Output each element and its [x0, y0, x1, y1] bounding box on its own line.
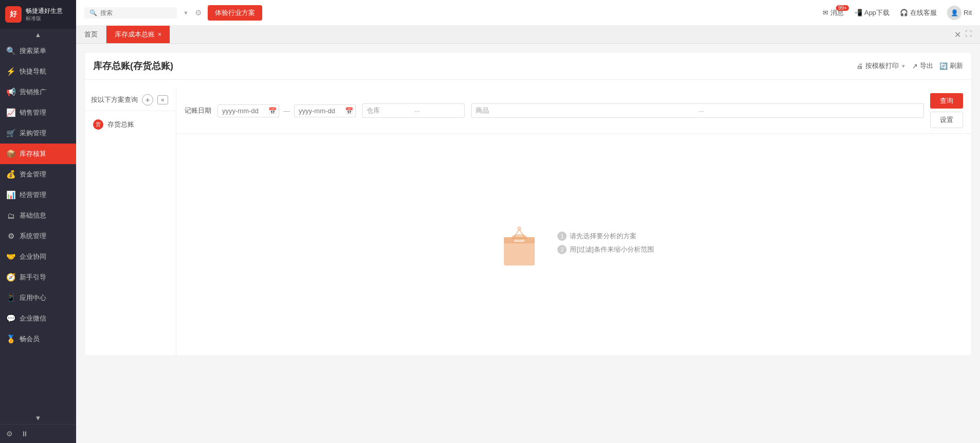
calendar-start-icon[interactable]: 📅 [268, 107, 277, 115]
sidebar-item-enterprise[interactable]: 🤝 企业协同 [0, 246, 76, 267]
sidebar-item-wechat[interactable]: 💬 企业微信 [0, 308, 76, 329]
settings-button[interactable]: 设置 [930, 112, 963, 128]
sidebar-item-member[interactable]: 🏅 畅会员 [0, 329, 76, 349]
sidebar-item-operations[interactable]: 📊 经营管理 [0, 185, 76, 205]
topbar-actions: ✉ 消息 99+ 📲 App下载 🎧 在线客服 👤 Rit [823, 6, 972, 20]
tab-home[interactable]: 首页 [76, 26, 106, 43]
sidebar-item-basic[interactable]: 🗂 基础信息 [0, 205, 76, 226]
sidebar-item-label: 应用中心 [20, 293, 46, 303]
scheme-item-label: 存货总账 [107, 120, 134, 129]
sidebar-scroll-down[interactable]: ▼ [0, 412, 76, 424]
enterprise-icon: 🤝 [6, 252, 15, 261]
logo-badge: 标准版 [26, 15, 63, 22]
page-title: 库存总账(存货总账) [93, 60, 173, 72]
online-service-button[interactable]: 🎧 在线客服 [900, 8, 937, 17]
sidebar-item-sales[interactable]: 📈 销售管理 [0, 102, 76, 123]
message-button[interactable]: ✉ 消息 99+ [823, 8, 844, 17]
warehouse-more-icon[interactable]: ··· [414, 107, 460, 115]
sidebar-item-appcenter[interactable]: 📱 应用中心 [0, 288, 76, 308]
logo-text: 畅捷通好生意 [26, 7, 63, 15]
filter-panel-label: 按以下方案查询 [91, 95, 138, 104]
tab-inventory-ledger[interactable]: 库存成本总账 × [106, 26, 170, 43]
svg-point-3 [512, 234, 527, 240]
calendar-end-icon[interactable]: 📅 [345, 107, 353, 115]
sidebar-item-label: 新手引导 [20, 273, 46, 282]
sidebar-item-label: 搜索菜单 [20, 46, 46, 56]
scheme-list: 货 存货总账 [85, 111, 176, 134]
filter-add-button[interactable]: + [142, 94, 153, 105]
purchase-icon: 🛒 [6, 129, 15, 138]
online-service-icon: 🎧 [900, 9, 908, 16]
sidebar-nav: 🔍 搜索菜单 ⚡ 快捷导航 📢 营销推广 📈 销售管理 🛒 采购管理 📦 库存核… [0, 41, 76, 412]
print-button[interactable]: 🖨 按模板打印 ▼ [857, 61, 906, 70]
sidebar-item-marketing[interactable]: 📢 营销推广 [0, 82, 76, 102]
empty-illustration [494, 219, 545, 271]
sidebar-item-label: 销售管理 [20, 108, 46, 117]
hint1-text: 请先选择要分析的方案 [570, 232, 637, 241]
sales-icon: 📈 [6, 108, 15, 117]
sidebar-item-label: 基础信息 [20, 211, 46, 220]
settings-footer-icon[interactable]: ⚙ [6, 430, 13, 438]
export-icon: ↗ [912, 62, 918, 70]
sidebar-logo: 好 畅捷通好生意 标准版 [0, 0, 76, 29]
goods-selector[interactable]: 商品 ··· [471, 103, 924, 118]
avatar: 👤 [947, 6, 961, 20]
marketing-icon: 📢 [6, 87, 15, 97]
sidebar-item-inventory[interactable]: 📦 库存核算 [0, 144, 76, 164]
industry-solution-button[interactable]: 体验行业方案 [208, 5, 262, 21]
sidebar: 好 畅捷通好生意 标准版 ▲ 🔍 搜索菜单 ⚡ 快捷导航 📢 营销推广 📈 销售… [0, 0, 76, 443]
panel-expand-button[interactable]: ⛶ [965, 30, 972, 40]
refresh-icon: 🔄 [939, 62, 948, 70]
sidebar-item-purchase[interactable]: 🛒 采购管理 [0, 123, 76, 144]
username-label: Rit [964, 9, 972, 16]
topbar-search-box[interactable]: 🔍 [84, 7, 177, 19]
member-icon: 🏅 [6, 334, 15, 344]
warehouse-selector[interactable]: 仓库 ··· [362, 103, 465, 118]
panel-close-button[interactable]: ✕ [954, 30, 961, 40]
tab-close-icon[interactable]: × [158, 31, 161, 38]
sidebar-item-search[interactable]: 🔍 搜索菜单 [0, 41, 76, 61]
message-icon: ✉ [823, 9, 828, 16]
sidebar-item-finance[interactable]: 💰 资金管理 [0, 164, 76, 185]
refresh-button[interactable]: 🔄 刷新 [939, 61, 963, 70]
scheme-item-inventory[interactable]: 货 存货总账 [85, 115, 176, 134]
main-area: 🔍 ▼ ⚙ 体验行业方案 ✉ 消息 99+ 📲 App下载 🎧 在线客服 👤 R… [76, 0, 980, 443]
date-start-input[interactable]: 📅 [217, 104, 279, 117]
date-separator: — [283, 107, 290, 115]
finance-icon: 💰 [6, 170, 15, 179]
step1-num: 1 [557, 232, 567, 241]
user-avatar[interactable]: 👤 Rit [947, 6, 972, 20]
audio-footer-icon[interactable]: ⏸ [21, 430, 28, 438]
search-dropdown-icon[interactable]: ▼ [183, 10, 189, 16]
export-button[interactable]: ↗ 导出 [912, 61, 933, 70]
date-range-field: 📅 — 📅 [217, 104, 356, 117]
topbar-gear-icon[interactable]: ⚙ [195, 8, 202, 17]
print-dropdown-icon[interactable]: ▼ [901, 63, 906, 69]
sidebar-item-label: 经营管理 [20, 190, 46, 200]
warehouse-label: 仓库 [367, 106, 412, 115]
logo-icon: 好 [5, 6, 22, 23]
search-input[interactable] [100, 9, 162, 16]
sidebar-scroll-up[interactable]: ▲ [0, 29, 76, 41]
scheme-icon: 货 [93, 119, 103, 130]
app-download-button[interactable]: 📲 App下载 [854, 8, 890, 17]
date-field-label: 记账日期 [185, 106, 211, 115]
filter-collapse-button[interactable]: « [157, 95, 168, 104]
search-icon: 🔍 [6, 46, 15, 56]
goods-more-icon[interactable]: ··· [699, 107, 920, 115]
inventory-icon: 📦 [6, 149, 15, 158]
wechat-icon: 💬 [6, 314, 15, 323]
page-content: 库存总账(存货总账) 🖨 按模板打印 ▼ ↗ 导出 🔄 刷新 [76, 44, 980, 443]
sidebar-item-newuser[interactable]: 🧭 新手引导 [0, 267, 76, 288]
query-button[interactable]: 查询 [930, 93, 963, 109]
date-end-input[interactable]: 📅 [294, 104, 356, 117]
hint2-text: 用[过滤]条件来缩小分析范围 [570, 245, 654, 254]
filter-panel: 按以下方案查询 + « 货 存货总账 [85, 88, 176, 356]
sidebar-item-label: 企业微信 [20, 314, 46, 323]
sidebar-item-system[interactable]: ⚙ 系统管理 [0, 226, 76, 246]
shortcut-icon: ⚡ [6, 67, 15, 76]
sidebar-item-label: 快捷导航 [20, 67, 46, 76]
system-icon: ⚙ [6, 232, 15, 241]
search-icon: 🔍 [89, 9, 97, 16]
sidebar-item-shortcut[interactable]: ⚡ 快捷导航 [0, 61, 76, 82]
